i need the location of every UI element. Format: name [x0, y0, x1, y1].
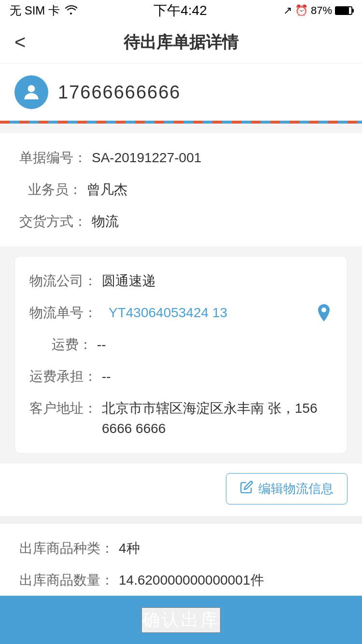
edit-logistics-button[interactable]: 编辑物流信息: [226, 473, 348, 504]
logistics-card: 物流公司： 圆通速递 物流单号： YT43064053424 13 运费： --…: [14, 256, 348, 454]
product-quantity-value: 14.620000000000001件: [119, 570, 343, 590]
map-pin-icon[interactable]: [315, 304, 333, 322]
wifi-icon: [65, 4, 77, 17]
freight-bearer-value: --: [102, 366, 333, 387]
freight-bearer-label: 运费承担：: [29, 366, 102, 387]
battery-text: 87%: [311, 4, 332, 17]
product-type-value: 4种: [119, 538, 343, 559]
delivery-value: 物流: [92, 211, 343, 232]
agent-value: 曾凡杰: [87, 180, 343, 200]
status-left: 无 SIM 卡: [10, 3, 77, 18]
order-info-section: 单据编号： SA-20191227-001 业务员： 曾凡杰 交货方式： 物流: [0, 133, 362, 246]
carrier-text: 无 SIM 卡: [10, 3, 60, 18]
order-num-label: 单据编号：: [19, 148, 92, 168]
product-type-row: 出库商品种类： 4种: [19, 538, 343, 559]
logistics-company-label: 物流公司：: [29, 271, 102, 291]
address-label: 客户地址：: [29, 398, 102, 419]
edit-logistics-label: 编辑物流信息: [258, 480, 334, 497]
agent-label: 业务员：: [19, 180, 87, 200]
back-icon: <: [14, 31, 26, 53]
stats-section: 出库商品种类： 4种 出库商品数量： 14.620000000000001件: [0, 524, 362, 605]
edit-icon: [240, 480, 253, 497]
freight-value: --: [97, 335, 333, 355]
address-row: 客户地址： 北京市市辖区海淀区永丰南 张，156 6666 6666: [29, 398, 333, 439]
freight-row: 运费： --: [29, 335, 333, 355]
order-num-row: 单据编号： SA-20191227-001: [19, 148, 343, 168]
product-quantity-label: 出库商品数量：: [19, 570, 119, 590]
section-divider: [0, 516, 362, 524]
freight-label: 运费：: [29, 335, 97, 355]
edit-logistics-row: 编辑物流信息: [0, 463, 362, 516]
location-arrow-icon: ↗: [283, 4, 292, 17]
dashed-divider: [0, 121, 362, 124]
delivery-label: 交货方式：: [19, 211, 92, 232]
freight-bearer-row: 运费承担： --: [29, 366, 333, 387]
logistics-company-row: 物流公司： 圆通速递: [29, 271, 333, 291]
back-button[interactable]: <: [14, 31, 35, 53]
confirm-btn-container: 确认出库: [0, 596, 362, 644]
battery-icon: [335, 6, 352, 15]
product-type-label: 出库商品种类：: [19, 538, 119, 559]
logistics-tracking-row: 物流单号： YT43064053424 13: [29, 303, 333, 323]
confirm-outbound-button[interactable]: 确认出库: [141, 607, 221, 633]
avatar: [14, 75, 48, 109]
page-title: 待出库单据详情: [124, 31, 238, 54]
logistics-tracking-value: YT43064053424 13: [109, 303, 308, 323]
nav-bar: < 待出库单据详情: [0, 21, 362, 64]
agent-row: 业务员： 曾凡杰: [19, 180, 343, 200]
customer-header: 17666666666: [0, 64, 362, 121]
logistics-tracking-label: 物流单号：: [29, 303, 102, 323]
svg-point-1: [321, 308, 326, 312]
customer-phone: 17666666666: [58, 82, 181, 103]
alarm-icon: ⏰: [295, 4, 308, 17]
product-quantity-row: 出库商品数量： 14.620000000000001件: [19, 570, 343, 590]
svg-point-0: [28, 85, 35, 92]
order-num-value: SA-20191227-001: [92, 148, 343, 168]
address-value: 北京市市辖区海淀区永丰南 张，156 6666 6666: [102, 398, 333, 439]
logistics-company-value: 圆通速递: [102, 271, 333, 291]
user-icon: [21, 82, 42, 103]
delivery-row: 交货方式： 物流: [19, 211, 343, 232]
status-right: ↗ ⏰ 87%: [283, 4, 352, 17]
status-time: 下午4:42: [153, 1, 207, 20]
status-bar: 无 SIM 卡 下午4:42 ↗ ⏰ 87%: [0, 0, 362, 21]
